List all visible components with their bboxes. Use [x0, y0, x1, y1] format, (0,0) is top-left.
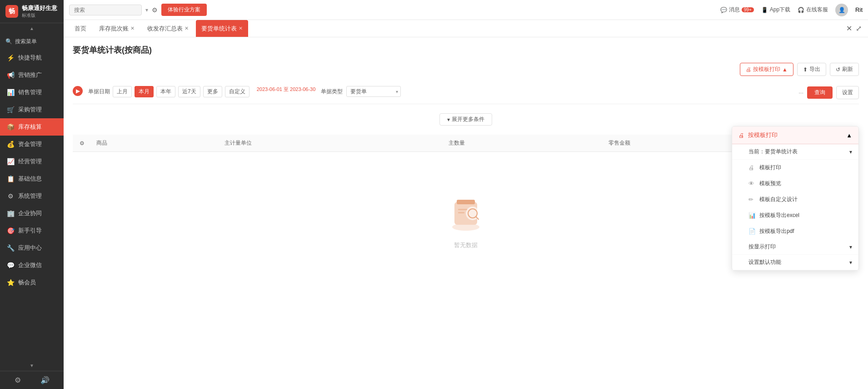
filter-expand-btn[interactable]: ▶ — [73, 86, 83, 96]
sidebar-item-member[interactable]: ⭐ 畅会员 — [0, 274, 64, 291]
app-download-item[interactable]: 📱 App下载 — [761, 6, 790, 14]
sidebar-item-system[interactable]: ⚙ 系统管理 — [0, 187, 64, 205]
default-function-chevron: ▾ — [849, 259, 852, 266]
quick-nav-icon: ⚡ — [6, 54, 15, 61]
dropdown-default-function-section[interactable]: 设置默认功能 ▾ — [732, 255, 858, 270]
dropdown-item-template-design[interactable]: ✏ 模板自定义设计 — [732, 192, 858, 207]
query-btn[interactable]: 查询 — [807, 86, 833, 99]
settings-btn[interactable]: 设置 — [836, 86, 859, 99]
expand-more-icon: ▾ — [447, 116, 450, 123]
quick-nav-label: 快捷导航 — [18, 54, 42, 62]
date-custom-btn[interactable]: 自定义 — [225, 86, 249, 97]
dropdown-menu: 🖨 按模板打印 ▲ 当前：要货单统计表 ▾ 🖨 模板打印 👁 模板预览 ✏ 模板… — [732, 126, 859, 271]
tab-batch-accounts[interactable]: 库存批次账 ✕ — [94, 20, 140, 37]
svg-rect-7 — [458, 212, 464, 213]
sidebar-item-wecom[interactable]: 💬 企业微信 — [0, 257, 64, 274]
empty-icon — [443, 188, 489, 234]
tab-maximize-btn[interactable]: ⤢ — [855, 23, 863, 34]
sidebar-item-guide[interactable]: 🎯 新手引导 — [0, 222, 64, 239]
filter-right-group: ··· 查询 设置 — [798, 86, 859, 99]
expand-more-btn[interactable]: ▾ 展开更多条件 — [439, 113, 492, 126]
print-btn[interactable]: 🖨 按模板打印 ▲ — [740, 63, 793, 76]
template-design-icon: ✏ — [748, 196, 756, 203]
date-range-text: 2023-06-01 至 2023-06-30 — [257, 86, 316, 93]
sidebar-search[interactable]: 🔍 搜索菜单 — [0, 34, 64, 49]
refresh-label: 刷新 — [842, 66, 853, 73]
sidebar-item-app-center[interactable]: 🔧 应用中心 — [0, 239, 64, 257]
export-pdf-label: 按模板导出pdf — [759, 227, 794, 235]
topbar-gear-icon[interactable]: ⚙ — [152, 6, 158, 14]
sidebar-item-operations[interactable]: 📈 经营管理 — [0, 153, 64, 170]
tab-close-batch[interactable]: ✕ — [130, 25, 135, 31]
tab-close-receipt[interactable]: ✕ — [185, 25, 189, 31]
dropdown-print-icon: 🖨 — [738, 132, 744, 139]
topbar-search-input[interactable] — [69, 5, 142, 15]
sidebar-item-sales[interactable]: 📊 销售管理 — [0, 84, 64, 101]
batch-accounts-label: 库存批次账 — [99, 25, 129, 33]
svg-rect-6 — [458, 209, 467, 210]
toolbar-row: 🖨 按模板打印 ▲ ⬆ 导出 ↺ 刷新 — [73, 63, 859, 76]
sidebar-item-enterprise[interactable]: 🏢 企业协同 — [0, 205, 64, 222]
export-icon: ⬆ — [803, 66, 808, 73]
user-name: Rit — [855, 6, 863, 13]
date-last-7days-btn[interactable]: 近7天 — [178, 86, 200, 97]
dropdown-display-print-section[interactable]: 按显示打印 ▾ — [732, 239, 858, 255]
display-print-label: 按显示打印 — [748, 243, 776, 251]
sidebar-item-marketing[interactable]: 📢 营销推广 — [0, 66, 64, 84]
col-unit: 主计量单位 — [219, 135, 443, 152]
sidebar-scroll-up[interactable]: ▲ — [0, 23, 64, 34]
sidebar-item-basic[interactable]: 📋 基础信息 — [0, 170, 64, 187]
sidebar-scroll-down[interactable]: ▼ — [0, 360, 64, 371]
template-preview-icon: 👁 — [748, 180, 756, 187]
refresh-btn[interactable]: ↺ 刷新 — [830, 63, 859, 76]
date-this-year-btn[interactable]: 本年 — [156, 86, 175, 97]
dropdown-item-export-pdf[interactable]: 📄 按模板导出pdf — [732, 223, 858, 239]
sidebar-item-purchase[interactable]: 🛒 采购管理 — [0, 101, 64, 118]
tab-home[interactable]: 首页 — [69, 20, 92, 37]
export-btn[interactable]: ⬆ 导出 — [797, 63, 826, 76]
order-stats-label: 要货单统计表 — [201, 25, 237, 33]
col-product: 商品 — [91, 135, 219, 152]
date-last-month-btn[interactable]: 上月 — [113, 86, 132, 97]
dropdown-item-export-excel[interactable]: 📊 按模板导出excel — [732, 207, 858, 223]
message-item[interactable]: 💬 消息 99+ — [720, 6, 754, 14]
tab-receipt-summary[interactable]: 收发存汇总表 ✕ — [142, 20, 194, 37]
date-more-btn[interactable]: 更多 — [203, 86, 222, 97]
sidebar-item-quick-nav[interactable]: ⚡ 快捷导航 — [0, 49, 64, 66]
topbar-chevron-icon[interactable]: ▾ — [145, 7, 148, 13]
search-icon: 🔍 — [5, 38, 12, 45]
print-label: 按模板打印 — [753, 66, 780, 73]
sound-footer-icon[interactable]: 🔊 — [40, 376, 50, 384]
tab-order-stats[interactable]: 要货单统计表 ✕ — [196, 20, 248, 37]
system-label: 系统管理 — [18, 192, 42, 200]
service-item[interactable]: 🎧 在线客服 — [798, 6, 828, 14]
topbar-right: 💬 消息 99+ 📱 App下载 🎧 在线客服 👤 Rit — [720, 4, 863, 16]
settings-footer-icon[interactable]: ⚙ — [15, 376, 21, 384]
trial-btn[interactable]: 体验行业方案 — [161, 4, 207, 16]
tab-close-all-btn[interactable]: ✕ — [845, 23, 853, 34]
export-excel-label: 按模板导出excel — [759, 212, 799, 219]
print-chevron-icon: ▲ — [782, 66, 788, 73]
sidebar-item-finance[interactable]: 💰 资金管理 — [0, 136, 64, 153]
type-select[interactable]: 要货单 — [346, 86, 401, 97]
dropdown-item-template-preview[interactable]: 👁 模板预览 — [732, 176, 858, 192]
basic-icon: 📋 — [6, 175, 15, 182]
dropdown-item-template-print[interactable]: 🖨 模板打印 — [732, 160, 858, 176]
inventory-icon: 📦 — [6, 123, 15, 131]
col-quantity: 主数量 — [443, 135, 603, 152]
basic-label: 基础信息 — [18, 175, 42, 183]
date-this-month-btn[interactable]: 本月 — [135, 86, 154, 97]
app-icon: 📱 — [761, 7, 768, 13]
avatar[interactable]: 👤 — [835, 4, 848, 16]
tab-close-order[interactable]: ✕ — [239, 25, 243, 31]
col-settings[interactable]: ⚙ — [73, 135, 91, 152]
guide-label: 新手引导 — [18, 227, 42, 235]
dropdown-header[interactable]: 🖨 按模板打印 ▲ — [732, 126, 858, 144]
expand-more-label: 展开更多条件 — [452, 116, 484, 123]
member-label: 畅会员 — [18, 278, 36, 287]
dropdown-header-chevron: ▲ — [846, 132, 852, 139]
sidebar-item-inventory[interactable]: 📦 库存核算 — [0, 118, 64, 136]
dropdown-current-section[interactable]: 当前：要货单统计表 ▾ — [732, 144, 858, 160]
filter-dots-btn[interactable]: ··· — [798, 89, 803, 96]
system-icon: ⚙ — [6, 192, 15, 200]
